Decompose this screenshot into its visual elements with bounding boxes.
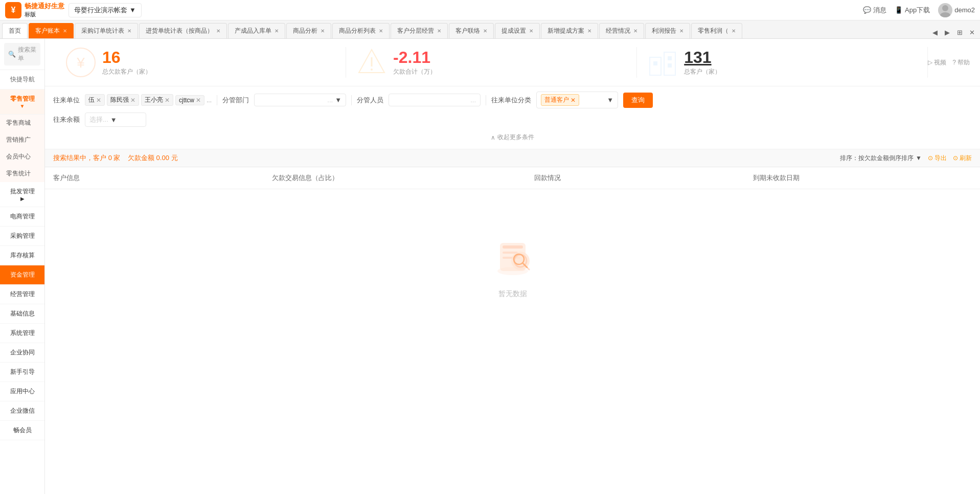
filter-unit-category-remove[interactable]: ✕	[571, 97, 576, 104]
tab-customer-contact[interactable]: 客户联络 ✕	[449, 23, 494, 38]
table-col-debt-info: 欠款交易信息（占比）	[272, 173, 534, 183]
sidebar-search-area[interactable]: 🔍 搜索菜单	[0, 39, 44, 70]
tab-accounts[interactable]: 客户账本 ✕	[29, 23, 74, 38]
tab-operation-status-close[interactable]: ✕	[633, 28, 637, 34]
tab-goods-analysis[interactable]: 商品分析 ✕	[286, 23, 331, 38]
tab-new-method-close[interactable]: ✕	[587, 28, 591, 34]
sidebar-item-new-guide[interactable]: 新手引导	[0, 363, 44, 382]
empty-illustration	[487, 230, 538, 281]
tab-reminder-settings-label: 提成设置	[502, 27, 526, 35]
tab-retail-profit[interactable]: 零售利润（ ✕	[691, 23, 742, 38]
tab-purchase-orders-close[interactable]: ✕	[127, 28, 131, 34]
filter-balance-selector[interactable]: 选择... ▼	[85, 113, 146, 127]
filter-tag-unit-cjttcw[interactable]: cjttcw ✕	[175, 95, 204, 105]
sidebar-item-app-center[interactable]: 应用中心	[0, 382, 44, 401]
sidebar-item-system-mgmt[interactable]: 系统管理	[0, 324, 44, 343]
tab-nav-close-all[interactable]: ✕	[966, 26, 978, 38]
sidebar-item-basic-info[interactable]: 基础信息	[0, 304, 44, 324]
filter-tag-unit-cjttcw-remove[interactable]: ✕	[196, 97, 201, 104]
filter-unit-category-selector[interactable]: 普通客户 ✕ ▼	[536, 92, 618, 108]
tab-accounts-close[interactable]: ✕	[63, 28, 67, 34]
workspace-selector[interactable]: 母婴行业演示帐套 ▼	[69, 3, 142, 17]
tab-new-method[interactable]: 新增提成方案 ✕	[541, 23, 598, 38]
tab-nav-right[interactable]: ▶	[941, 26, 953, 38]
filter-collapse-btn[interactable]: ∧ 收起更多条件	[489, 131, 536, 144]
filter-tag-unit-wang-remove[interactable]: ✕	[165, 97, 170, 104]
tab-profit-report[interactable]: 利润报告 ✕	[645, 23, 690, 38]
tab-production-in[interactable]: 产成品入库单 ✕	[228, 23, 285, 38]
sidebar-item-operation-mgmt[interactable]: 经营管理	[0, 285, 44, 304]
tab-stock-stats[interactable]: 进货单统计表（按商品） ✕	[139, 23, 227, 38]
app-download-button[interactable]: 📱 App下载	[895, 6, 930, 15]
sidebar-item-ecommerce-mgmt[interactable]: 电商管理	[0, 207, 44, 227]
tab-profit-report-close[interactable]: ✕	[679, 28, 683, 34]
sidebar-search-box[interactable]: 🔍 搜索菜单	[4, 43, 40, 65]
tab-reminder-settings-close[interactable]: ✕	[529, 28, 533, 34]
results-export-btn[interactable]: ⊙ 导出	[928, 154, 947, 163]
tab-customer-segmentation-close[interactable]: ✕	[437, 28, 441, 34]
results-refresh-btn[interactable]: ⊙ 刷新	[953, 154, 972, 163]
tab-goods-analysis-close[interactable]: ✕	[321, 28, 325, 34]
filter-unit-category-selected[interactable]: 普通客户 ✕	[541, 94, 579, 106]
collapse-label: 收起更多条件	[497, 133, 534, 142]
sidebar-item-enterprise-agreement[interactable]: 企业协同	[0, 343, 44, 363]
results-debt-value: 0.00	[156, 154, 169, 162]
svg-point-0	[942, 5, 948, 11]
sidebar-item-inventory-check[interactable]: 库存核算	[0, 246, 44, 265]
logo-text: 畅捷通好生意 标版	[25, 2, 64, 18]
help-btn[interactable]: ? 帮助	[952, 58, 970, 67]
video-help-btn[interactable]: ▷ 视频	[928, 58, 946, 67]
tab-customer-segmentation[interactable]: 客户分层经营 ✕	[391, 23, 448, 38]
top-bar-left: ¥ 畅捷通好生意 标版 母婴行业演示帐套 ▼	[5, 2, 142, 18]
tab-home[interactable]: 首页	[2, 23, 28, 38]
filter-department-selector[interactable]: ... ▼	[254, 94, 346, 106]
sidebar-item-wholesale-mgmt[interactable]: 批发管理 ▶	[0, 182, 44, 207]
filter-tag-unit-wang[interactable]: 王小亮 ✕	[141, 94, 173, 106]
retail-mgmt-label: 零售管理	[2, 95, 42, 103]
sidebar-item-retail-mgmt[interactable]: 零售管理 ▼	[0, 89, 44, 115]
filter-balance-placeholder: 选择...	[89, 115, 108, 124]
stat-debtors-value: 16	[102, 49, 151, 65]
tab-retail-profit-close[interactable]: ✕	[732, 28, 736, 34]
tab-customer-contact-close[interactable]: ✕	[483, 28, 487, 34]
tab-goods-analysis-list[interactable]: 商品分析列表 ✕	[332, 23, 390, 38]
filter-tag-unit-chen-remove[interactable]: ✕	[130, 97, 135, 104]
filter-tag-unit-chen[interactable]: 陈民强 ✕	[107, 94, 139, 106]
results-search-label: 搜索结果中，客户	[53, 154, 106, 162]
tab-stock-stats-close[interactable]: ✕	[216, 28, 220, 34]
filter-unit-category-selected-text: 普通客户	[544, 96, 569, 104]
tab-nav-menu[interactable]: ⊞	[953, 26, 966, 38]
stat-debtors-icon: ¥	[65, 47, 96, 78]
tab-nav-left[interactable]: ◀	[929, 26, 941, 38]
message-button[interactable]: 💬 消息	[863, 6, 886, 15]
sidebar-item-retail-stats[interactable]: 零售统计	[0, 165, 44, 182]
tab-operation-status[interactable]: 经营情况 ✕	[599, 23, 644, 38]
filter-query-button[interactable]: 查询	[623, 93, 653, 108]
sidebar-item-member-center[interactable]: 会员中心	[0, 148, 44, 165]
tab-reminder-settings[interactable]: 提成设置 ✕	[495, 23, 540, 38]
capital-mgmt-label: 资金管理	[2, 271, 42, 279]
tab-purchase-orders-label: 采购订单统计表	[81, 27, 124, 35]
results-sort-btn[interactable]: 排序：按欠款金额倒序排序 ▼	[840, 154, 922, 163]
sidebar-item-purchase-mgmt[interactable]: 采购管理	[0, 227, 44, 246]
tab-production-in-close[interactable]: ✕	[275, 28, 279, 34]
filter-tag-unit-wu[interactable]: 伍 ✕	[85, 94, 105, 106]
refresh-icon: ⊙	[953, 154, 958, 162]
filter-tag-unit-wu-remove[interactable]: ✕	[96, 97, 101, 104]
user-avatar-button[interactable]: demo2	[938, 3, 975, 17]
sidebar-item-pro-member[interactable]: 畅会员	[0, 421, 44, 440]
filter-unit-more[interactable]: ...	[207, 97, 212, 104]
sidebar-search-label: 搜索菜单	[18, 46, 36, 63]
sidebar-item-capital-mgmt[interactable]: 资金管理	[0, 265, 44, 285]
export-label: 导出	[935, 154, 947, 163]
stat-help-area: ▷ 视频 ? 帮助	[928, 58, 970, 67]
stat-customers-value: 131	[684, 49, 721, 65]
sidebar-item-marketing[interactable]: 营销推广	[0, 131, 44, 148]
tab-purchase-orders[interactable]: 采购订单统计表 ✕	[75, 23, 138, 38]
tab-operation-status-label: 经营情况	[606, 27, 630, 35]
filter-person-selector[interactable]: ...	[389, 94, 481, 106]
sidebar-item-retail-mall[interactable]: 零售商城	[0, 115, 44, 131]
sidebar-item-enterprise-wechat[interactable]: 企业微信	[0, 401, 44, 421]
tab-goods-analysis-list-close[interactable]: ✕	[379, 28, 383, 34]
sidebar-item-quick-nav[interactable]: 快捷导航	[0, 70, 44, 89]
